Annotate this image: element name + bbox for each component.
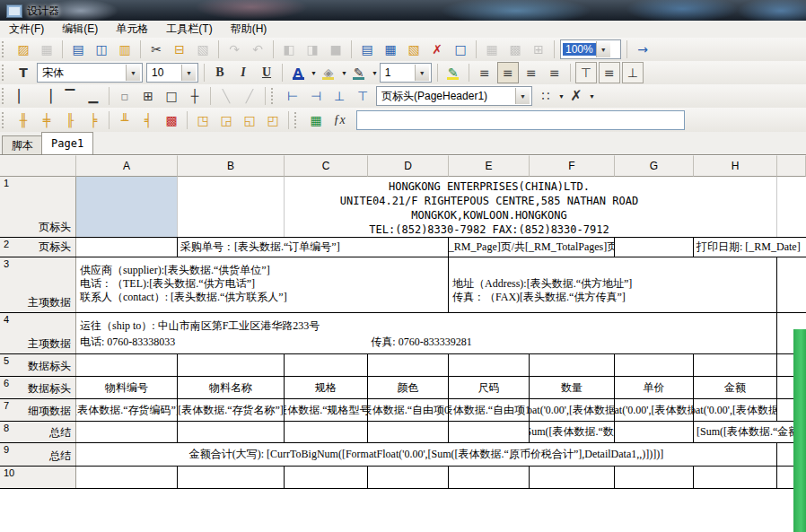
split-pane-button[interactable]: ⊞ (528, 39, 549, 60)
page-op-2-button[interactable]: ◲ (215, 109, 237, 131)
highlight-button[interactable]: ✎ (442, 62, 464, 83)
cell-supplier-block[interactable]: 供应商（supplier):[表头数据.“供货单位”] 电话：（TEL):[表头… (76, 257, 449, 312)
cell-g2[interactable] (615, 238, 694, 257)
grid-corner-cell[interactable] (0, 155, 76, 177)
italic-button[interactable]: I (232, 62, 254, 83)
border-inner-button[interactable]: ┼ (184, 85, 206, 107)
row-header-4[interactable]: 4 主项数据 (0, 313, 76, 353)
new-page-button[interactable]: ▧ (403, 39, 425, 60)
cell-c5[interactable] (285, 354, 368, 376)
cell-b8[interactable] (178, 422, 285, 442)
font-size-combo[interactable]: 10 ▼ (146, 63, 198, 83)
border-bottom-button[interactable]: ▁ (83, 85, 104, 107)
align-center-button[interactable]: ≡ (497, 62, 519, 83)
blank-page-button[interactable]: □ (450, 39, 471, 60)
cell-a5[interactable] (76, 354, 178, 376)
page-op-4-button[interactable]: ◰ (262, 109, 284, 131)
band-selector-dropdown-arrow[interactable]: ▼ (515, 88, 530, 104)
cell-e8[interactable] (449, 422, 530, 442)
tab-page1[interactable]: Page1 (41, 132, 93, 154)
cell-header-size[interactable]: 尺码 (449, 377, 530, 398)
menu-file[interactable]: 文件(F) (0, 21, 53, 38)
font-color-button[interactable]: A (287, 62, 309, 83)
add-cell-right-button[interactable]: ⊤ (352, 85, 373, 107)
row-header-8[interactable]: 8 总结 (0, 422, 76, 442)
row-header-7[interactable]: 7 细项数据 (0, 399, 76, 421)
cell-a2[interactable] (76, 238, 178, 257)
cell-b10[interactable] (178, 467, 285, 488)
cell-e5[interactable] (449, 354, 530, 376)
border-outer-button[interactable]: □ (161, 85, 182, 107)
bring-front-button[interactable]: ◧ (278, 39, 300, 60)
cell-b1[interactable] (178, 177, 285, 237)
row-header-9[interactable]: 9 总结 (0, 443, 76, 466)
font-size-dropdown-arrow[interactable]: ▼ (181, 65, 196, 81)
band-selector-combo[interactable]: 页标头(PageHeader1) ▼ (376, 86, 532, 106)
line-style-button[interactable]: ∷ (535, 85, 556, 107)
page-op-3-button[interactable]: ◱ (239, 109, 260, 131)
line-color-dropdown-arrow[interactable]: ▼ (372, 70, 378, 76)
show-grid-button[interactable]: ▦ (481, 39, 503, 60)
merge-right-button[interactable]: ╡ (137, 109, 159, 131)
cut-button[interactable]: ✂ (145, 39, 167, 60)
column-header-c[interactable]: C (285, 155, 368, 177)
cell-h1[interactable] (694, 177, 777, 237)
column-header-f[interactable]: F (530, 155, 615, 177)
delete-page-button[interactable]: ✗ (426, 39, 448, 60)
page-op-1-button[interactable]: ◳ (192, 109, 214, 131)
toolbar-grip[interactable] (2, 65, 8, 81)
valign-middle-button[interactable]: ≡ (599, 62, 620, 83)
line-width-combo[interactable]: 1 ▼ (380, 63, 432, 83)
row-header-5[interactable]: 5 数据标头 (0, 354, 76, 376)
send-back-button[interactable]: ◨ (302, 39, 323, 60)
column-header-a[interactable]: A (76, 155, 178, 177)
page-setup-button[interactable]: ▥ (114, 39, 136, 60)
cell-field-color[interactable]: [表体数据.“自由项0”] (368, 399, 449, 421)
cell-field-size[interactable]: [表体数据.“自由项1”] (449, 399, 530, 421)
undo-button[interactable]: ↶ (247, 39, 268, 60)
toolbar-grip[interactable] (2, 112, 8, 128)
align-justify-button[interactable]: ≡ (544, 62, 565, 83)
paste-button[interactable]: ▧ (192, 39, 214, 60)
zoom-combo[interactable]: 100% ▼ (560, 39, 621, 59)
line-style-dropdown-arrow[interactable]: ▼ (558, 93, 565, 100)
cell-qty-sum[interactable]: [FormatFloat('0.00',[Sum([表体数据.“数量”],Det… (530, 422, 615, 442)
cell-a10[interactable] (76, 467, 178, 488)
new-report-button[interactable]: ▤ (356, 39, 378, 60)
cell-b5[interactable] (178, 354, 285, 376)
merge-row-button[interactable]: ╪ (36, 109, 57, 131)
redo-button[interactable]: ↷ (223, 39, 245, 60)
font-style-button[interactable]: T (13, 62, 34, 83)
menu-toolbars[interactable]: 工具栏(T) (157, 21, 221, 38)
valign-bottom-button[interactable]: ⊥ (622, 62, 644, 83)
fill-box-button[interactable]: ■ (325, 39, 346, 60)
toolbar-grip[interactable] (294, 112, 301, 128)
tab-script[interactable]: 脚本 (2, 135, 43, 154)
cell-address-block[interactable]: 地址（Address):[表头数据.“供方地址”] 传真：（FAX)[表头数据.… (449, 257, 777, 312)
line-color-button[interactable]: ✎ (348, 62, 370, 83)
cell-f10[interactable] (530, 467, 615, 488)
cell-field-price[interactable]: [FormatFloat('0.00',[表体数据.“单价”])] (615, 399, 694, 421)
formula-input[interactable] (356, 110, 685, 130)
cell-d5[interactable] (368, 354, 449, 376)
cell-e10[interactable] (449, 467, 530, 488)
row-header-2[interactable]: 2 页标头 (0, 238, 76, 257)
fx-button[interactable]: ƒx (329, 109, 350, 131)
border-right-button[interactable]: ▕ (36, 85, 57, 107)
cell-purchase-no[interactable]: 采购单号：[表头数据.“订单编号”] (178, 238, 449, 257)
cell-company-header[interactable]: HONGKONG ENTERPRISES(CHINA)LTD. UNITE04.… (285, 177, 694, 237)
cell-a1-selected[interactable] (76, 177, 178, 237)
cell-c10[interactable] (285, 467, 368, 488)
column-header-b[interactable]: B (178, 155, 285, 177)
merge-column-button[interactable]: ╞ (83, 109, 104, 131)
print-preview-button[interactable]: ◫ (91, 39, 112, 60)
split-row-button[interactable]: ╫ (13, 109, 34, 131)
cell-g10[interactable] (615, 467, 694, 488)
bold-button[interactable]: B (209, 62, 231, 83)
font-name-dropdown-arrow[interactable]: ▼ (126, 65, 140, 81)
cell-field-amount[interactable]: [FormatFloat('0.00',[表体数据.“金额”])] (694, 399, 777, 421)
cell-h5[interactable] (694, 354, 777, 376)
diagonal-up-button[interactable]: ╱ (239, 85, 260, 107)
cell-h10[interactable] (694, 467, 777, 488)
cell-grand-total[interactable]: 金额合计(大写): [CurrToBigNum([FormatFloat('0.… (76, 443, 777, 466)
